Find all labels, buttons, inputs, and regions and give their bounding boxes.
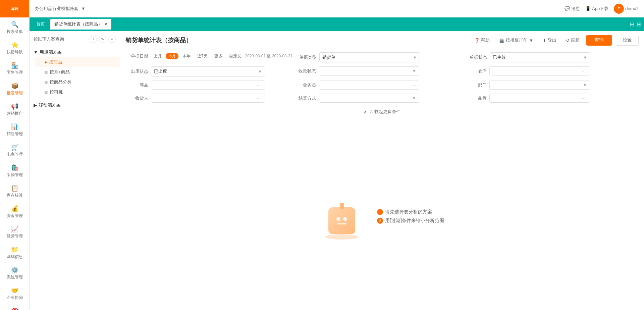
salesperson-dots-icon[interactable]: ··· (410, 83, 416, 88)
order-status-select[interactable]: 已生效 ▼ (490, 52, 590, 62)
sidebar-item-search[interactable]: 🔍 搜索菜单 (0, 17, 29, 38)
warehouse-dots-icon[interactable]: ··· (581, 68, 587, 73)
tree-item-by-product[interactable]: ● 按商品 (35, 57, 120, 67)
date-last-month-btn[interactable]: 上月 (151, 52, 164, 60)
main-content: 办公用品行业模拟账套 ▼ 💬 消息 📱 App下载 E demo2 首页 (30, 0, 644, 310)
settlement-select[interactable]: ▼ (319, 94, 419, 103)
tree-group-desktop-header[interactable]: ▼ 电脑端方案 (30, 47, 120, 57)
tree-item-by-cashier[interactable]: ▦ 按司机 (35, 87, 120, 97)
user-profile-btn[interactable]: E demo2 (614, 4, 639, 14)
right-panel: 销货单统计表（按商品） ❓ 帮助 🖨️ 按模板打印 ▼ ⬇ (120, 31, 644, 310)
filter-payment-status: 收款状态 ▼ (299, 66, 463, 75)
date-more-btn[interactable]: 更多 (212, 52, 225, 60)
top-header: 办公用品行业模拟账套 ▼ 💬 消息 📱 App下载 E demo2 (30, 0, 644, 17)
filter-row-2: 出库状态 已出库 ▼ 收款状态 ▼ (131, 66, 633, 76)
page-actions: ❓ 帮助 🖨️ 按模板打印 ▼ ⬇ 导出 ↺ (472, 35, 639, 46)
sidebar-item-enterprise[interactable]: 🤝 企业协同 (0, 283, 29, 304)
chart-icon: 📊 (11, 123, 18, 131)
receiver-dots-icon[interactable]: ··· (256, 96, 262, 101)
refresh-btn[interactable]: ↺ 刷新 (563, 36, 582, 45)
sidebar-item-inventory[interactable]: 📋 库存核算 (0, 181, 29, 202)
edit-scheme-btn[interactable]: ✎ (99, 36, 106, 43)
sidebar-item-purchase[interactable]: 🛍️ 采购管理 (0, 161, 29, 181)
filter-department: 部门 ▼ (469, 81, 633, 90)
left-panel-header: 按以下方案查询 + ✎ « (30, 34, 120, 46)
left-panel: 按以下方案查询 + ✎ « ▼ 电脑端方案 (30, 31, 120, 310)
filter-order-type: 单据类型 销货单 ▼ (299, 52, 463, 62)
warehouse-select[interactable]: ··· (489, 66, 590, 75)
date-7days-btn[interactable]: 近7天 (195, 52, 210, 60)
circle-icon: ● (44, 59, 47, 65)
payment-status-select[interactable]: ▼ (319, 66, 419, 75)
filter-area: 单据日期 上月 本月 本年 近7天 更多 自定义 2023-03-01 至 20… (125, 50, 639, 122)
empty-tip-1: 1 请先选择要分析的方案 (377, 209, 444, 215)
sidebar-item-marketing[interactable]: 📢 营销推广 (0, 99, 29, 120)
header-left: 办公用品行业模拟账套 ▼ (35, 6, 86, 12)
filter-salesperson: 业务员 ··· (299, 81, 463, 90)
tab-home[interactable]: 首页 (32, 19, 49, 30)
left-panel-actions: + ✎ « (90, 36, 116, 43)
product-select[interactable]: ··· (151, 81, 265, 90)
date-this-year-btn[interactable]: 本年 (180, 52, 193, 60)
search-icon: 🔍 (11, 21, 18, 28)
add-scheme-btn[interactable]: + (90, 36, 97, 43)
tab-close-icon[interactable]: ✕ (104, 22, 107, 27)
tree-group-mobile-header[interactable]: ▶ 移动端方案 (30, 100, 120, 110)
sidebar-item-operation[interactable]: 📈 经营管理 (0, 222, 29, 243)
date-custom-btn[interactable]: 自定义 (226, 52, 244, 60)
tab-minimize-icon[interactable]: ⊟ (630, 21, 634, 28)
settings-btn[interactable]: 设置 (616, 35, 639, 46)
sidebar-item-wholesale[interactable]: 📦 批发管理 (0, 79, 29, 99)
handshake-icon: 🤝 (11, 287, 18, 294)
salesperson-select[interactable]: ··· (319, 81, 419, 90)
filter-receiver: 收货人 ··· (131, 94, 292, 103)
department-select[interactable]: ▼ (489, 81, 590, 90)
tree-children-desktop: ● 按商品 ▦ 按月+商品 ▦ 按商品分类 ▦ 按司机 (30, 57, 120, 97)
brand-select[interactable]: ··· (489, 94, 590, 103)
sidebar-item-sales[interactable]: 📊 销售管理 (0, 120, 29, 140)
help-icon: ❓ (474, 38, 480, 43)
star-icon: ⭐ (11, 41, 18, 49)
date-label: 单据日期 (131, 53, 151, 59)
print-btn[interactable]: 🖨️ 按模板打印 ▼ (496, 36, 536, 45)
sidebar-item-retail[interactable]: 🏪 零售管理 (0, 58, 29, 79)
filter-product: 商品 ··· (131, 81, 292, 90)
query-btn[interactable]: 查询 (586, 35, 612, 46)
target-icon: 🎯 (11, 307, 18, 310)
help-btn[interactable]: ❓ 帮助 (472, 36, 492, 45)
stock-status-select[interactable]: 已出库 ▼ (151, 66, 265, 76)
sidebar-item-quick[interactable]: ⭐ 快捷导航 (0, 38, 29, 58)
cart-icon: 🛒 (11, 144, 18, 151)
filter-row-1: 单据日期 上月 本月 本年 近7天 更多 自定义 2023-03-01 至 20… (131, 52, 633, 62)
tab-fullscreen-icon[interactable]: ⊞ (637, 21, 641, 28)
sidebar-item-ecommerce[interactable]: 🛒 电商管理 (0, 140, 29, 161)
export-btn[interactable]: ⬇ 导出 (540, 36, 559, 45)
tree-item-by-month-product[interactable]: ▦ 按月+商品 (35, 67, 120, 77)
header-right: 💬 消息 📱 App下载 E demo2 (565, 4, 639, 14)
collapse-filter-btn[interactable]: ∧ ∧ 收起更多条件 (131, 107, 633, 117)
app-download-btn[interactable]: 📱 App下载 (585, 6, 608, 12)
sidebar-item-guide[interactable]: 🎯 新手引导 (0, 304, 29, 310)
list-icon: ▦ (44, 80, 48, 85)
receiver-select[interactable]: ··· (151, 94, 265, 103)
tab-report[interactable]: 销货单统计表（按商品） ✕ (50, 19, 111, 30)
warehouse-label: 仓库 (469, 68, 489, 74)
person-icon: ▦ (44, 90, 48, 95)
order-status-label: 单据状态 (470, 54, 490, 60)
brand-dots-icon[interactable]: ··· (581, 96, 587, 101)
sidebar-item-system[interactable]: ⚙️ 系统管理 (0, 263, 29, 283)
sidebar-menu: 🔍 搜索菜单 ⭐ 快捷导航 🏪 零售管理 📦 批发管理 📢 营销推广 📊 销售管… (0, 17, 29, 310)
product-dots-icon[interactable]: ··· (256, 83, 262, 88)
message-btn[interactable]: 💬 消息 (565, 6, 580, 12)
logo-text: 标账 (11, 6, 18, 11)
date-this-month-btn[interactable]: 本月 (166, 53, 178, 59)
tree-item-by-category[interactable]: ▦ 按商品分类 (35, 77, 120, 87)
grid-icon: ▦ (44, 70, 48, 74)
breadcrumb-arrow-icon: ▼ (81, 6, 86, 11)
sidebar-item-basic[interactable]: 📁 基础信息 (0, 243, 29, 263)
sidebar-item-finance[interactable]: 💰 资金管理 (0, 202, 29, 222)
stock-status-arrow-icon: ▼ (258, 69, 262, 74)
order-type-select[interactable]: 销货单 ▼ (319, 52, 420, 62)
filter-settlement: 结算方式 ▼ (299, 94, 463, 103)
collapse-panel-btn[interactable]: « (108, 36, 116, 43)
